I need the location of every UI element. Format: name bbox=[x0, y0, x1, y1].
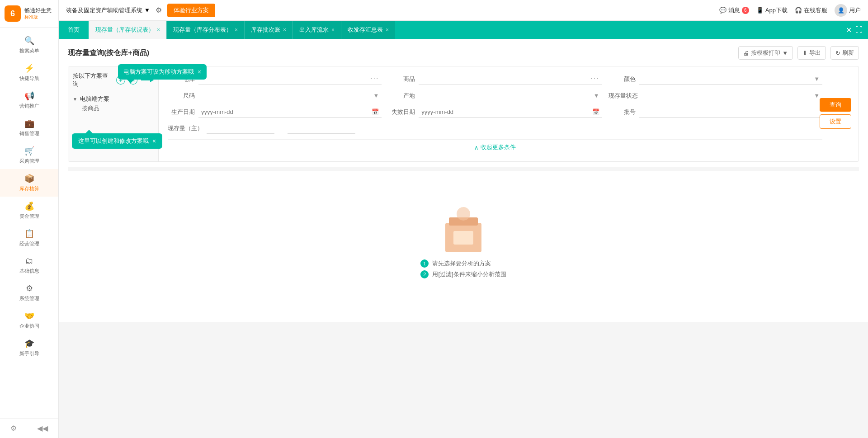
sidebar-item-purchase[interactable]: 🛒 采购管理 bbox=[0, 141, 58, 169]
filter-row-2: 尺码 ▼ 产地 ▼ bbox=[168, 90, 822, 101]
sidebar-item-system[interactable]: ⚙ 系统管理 bbox=[0, 279, 58, 306]
empty-illustration bbox=[436, 207, 491, 252]
stock-main-to-input[interactable] bbox=[290, 125, 353, 132]
range-dash: — bbox=[278, 125, 284, 132]
sidebar-bottom: ⚙ ◀◀ bbox=[0, 418, 58, 438]
tab-summary[interactable]: 收发存汇总表 × bbox=[341, 21, 395, 39]
app-download-label: App下载 bbox=[765, 6, 788, 14]
sidebar-item-marketing[interactable]: 📢 营销推广 bbox=[0, 86, 58, 114]
tooltip-pc-text: 电脑方案可设为移动方案哦 bbox=[123, 68, 194, 76]
warehouse-dots[interactable]: ··· bbox=[370, 75, 379, 83]
stock-main-label: 现存量（主） bbox=[168, 124, 203, 132]
tab-inout[interactable]: 出入库流水 × bbox=[292, 21, 341, 39]
page-actions: 🖨 按模板打印 ▼ ⬇ 导出 ↻ 刷新 bbox=[738, 46, 859, 60]
tab-batch[interactable]: 库存批次账 × bbox=[244, 21, 292, 39]
size-label: 尺码 bbox=[168, 92, 195, 100]
exp-date-input[interactable]: 📅 bbox=[419, 107, 602, 118]
origin-input[interactable]: ▼ bbox=[419, 90, 602, 101]
search-btn-area: 查询 设置 bbox=[820, 98, 851, 129]
sidebar-item-search[interactable]: 🔍 搜索菜单 bbox=[0, 31, 58, 59]
online-service-action[interactable]: 🎧 在线客服 bbox=[795, 6, 827, 14]
collapse-btn[interactable]: ∧ 收起更多条件 bbox=[168, 139, 822, 155]
sidebar-item-finance-label: 资金管理 bbox=[19, 213, 39, 220]
batch-text[interactable] bbox=[642, 108, 820, 115]
tab-inventory-status-close[interactable]: × bbox=[157, 27, 160, 33]
tab-bar: 首页 现存量（库存状况表） × 现存量（库存分布表） × 库存批次账 × 出入库… bbox=[59, 21, 868, 39]
sidebar-item-basic[interactable]: 🗂 基础信息 bbox=[0, 252, 58, 279]
finance-icon: 💰 bbox=[24, 201, 34, 211]
prod-date-text[interactable] bbox=[201, 108, 255, 115]
headset-icon: 🎧 bbox=[795, 7, 802, 14]
exp-date-text[interactable] bbox=[421, 108, 476, 115]
section-divider bbox=[68, 167, 859, 171]
exp-date-cal-icon[interactable]: 📅 bbox=[592, 108, 599, 115]
origin-dropdown-icon[interactable]: ▼ bbox=[594, 92, 599, 99]
refresh-label: 刷新 bbox=[842, 49, 854, 57]
tab-summary-close[interactable]: × bbox=[386, 27, 389, 33]
color-input[interactable]: ▼ bbox=[639, 74, 822, 85]
message-action[interactable]: 💬 消息 6 bbox=[719, 6, 749, 14]
tab-close-all-icon[interactable]: ✕ bbox=[846, 26, 852, 34]
prod-date-cal-icon[interactable]: 📅 bbox=[372, 108, 379, 115]
tooltip-pc-close[interactable]: × bbox=[198, 68, 201, 75]
product-dots[interactable]: ··· bbox=[590, 75, 599, 83]
reset-button[interactable]: 设置 bbox=[820, 114, 851, 129]
batch-input[interactable] bbox=[639, 107, 822, 118]
schema-pc-title[interactable]: ▼ 电脑端方案 bbox=[73, 94, 154, 104]
stock-main-from-input[interactable] bbox=[209, 125, 272, 132]
sidebar-item-inventory[interactable]: 📦 库存核算 bbox=[0, 169, 58, 197]
user-action[interactable]: 👤 用户 bbox=[835, 4, 861, 17]
refresh-icon: ↻ bbox=[835, 50, 840, 57]
sidebar-item-quicknav[interactable]: ⚡ 快捷导航 bbox=[0, 59, 58, 86]
guide-icon: 🎓 bbox=[24, 339, 34, 349]
tab-inventory-dist[interactable]: 现存量（库存分布表） × bbox=[166, 21, 244, 39]
refresh-btn[interactable]: ↻ 刷新 bbox=[830, 46, 859, 60]
export-btn[interactable]: ⬇ 导出 bbox=[797, 46, 826, 60]
schema-pc-arrow: ▼ bbox=[73, 97, 77, 102]
search-button[interactable]: 查询 bbox=[820, 98, 851, 112]
warehouse-input[interactable]: ··· bbox=[198, 73, 382, 85]
sidebar-collapse-btn[interactable]: ◀◀ bbox=[37, 424, 48, 433]
message-label: 消息 bbox=[728, 6, 740, 14]
sidebar-item-search-label: 搜索菜单 bbox=[19, 47, 39, 54]
stock-status-dropdown-icon[interactable]: ▼ bbox=[814, 92, 820, 99]
tooltip-edit-close[interactable]: × bbox=[152, 137, 156, 145]
pc-scheme-tooltip: 电脑方案可设为移动方案哦 × bbox=[118, 64, 207, 80]
empty-step-2: 2 用[过滤]条件来缩小分析范围 bbox=[420, 270, 506, 278]
experience-button[interactable]: 体验行业方案 bbox=[167, 4, 215, 17]
online-service-label: 在线客服 bbox=[804, 6, 827, 14]
tab-home[interactable]: 首页 bbox=[59, 21, 89, 39]
sidebar-item-operations[interactable]: 📋 经营管理 bbox=[0, 224, 58, 252]
print-btn[interactable]: 🖨 按模板打印 ▼ bbox=[738, 46, 793, 60]
sidebar-item-enterprise[interactable]: 🤝 企业协同 bbox=[0, 306, 58, 334]
sales-icon: 💼 bbox=[24, 118, 34, 128]
size-input[interactable]: ▼ bbox=[198, 90, 382, 101]
size-dropdown-icon[interactable]: ▼ bbox=[373, 92, 379, 99]
system-name-dropdown[interactable]: 装备及固定资产辅助管理系统 ▼ bbox=[66, 6, 150, 14]
sidebar-settings-btn[interactable]: ⚙ bbox=[10, 424, 17, 433]
product-input[interactable]: ··· bbox=[419, 73, 602, 85]
tab-fullscreen-icon[interactable]: ⛶ bbox=[855, 26, 863, 34]
system-name: 装备及固定资产辅助管理系统 bbox=[66, 6, 142, 14]
sidebar-item-sales[interactable]: 💼 销售管理 bbox=[0, 114, 58, 141]
stock-status-field: 现存量状态 ▼ bbox=[609, 90, 822, 101]
prod-date-label: 生产日期 bbox=[168, 108, 195, 116]
stock-main-from[interactable] bbox=[207, 123, 274, 134]
schema-pc-item[interactable]: 按商品 bbox=[73, 104, 154, 113]
prod-date-input[interactable]: 📅 bbox=[198, 107, 382, 118]
app-download-action[interactable]: 📱 App下载 bbox=[756, 6, 788, 14]
tab-inout-close[interactable]: × bbox=[331, 27, 335, 33]
tab-inventory-status-label: 现存量（库存状况表） bbox=[95, 26, 154, 34]
marketing-icon: 📢 bbox=[24, 91, 34, 101]
tab-inventory-status[interactable]: 现存量（库存状况表） × bbox=[89, 21, 166, 39]
tab-inventory-dist-close[interactable]: × bbox=[235, 27, 238, 33]
tab-batch-close[interactable]: × bbox=[283, 27, 286, 33]
sidebar-item-operations-label: 经营管理 bbox=[19, 240, 39, 247]
header-settings-btn[interactable]: ⚙ bbox=[156, 6, 162, 14]
inventory-icon: 📦 bbox=[24, 174, 34, 184]
stock-main-to[interactable] bbox=[288, 123, 355, 134]
sidebar-item-finance[interactable]: 💰 资金管理 bbox=[0, 197, 58, 224]
stock-status-input[interactable]: ▼ bbox=[642, 90, 822, 101]
color-dropdown-icon[interactable]: ▼ bbox=[814, 75, 820, 82]
sidebar-item-guide[interactable]: 🎓 新手引导 bbox=[0, 334, 58, 362]
